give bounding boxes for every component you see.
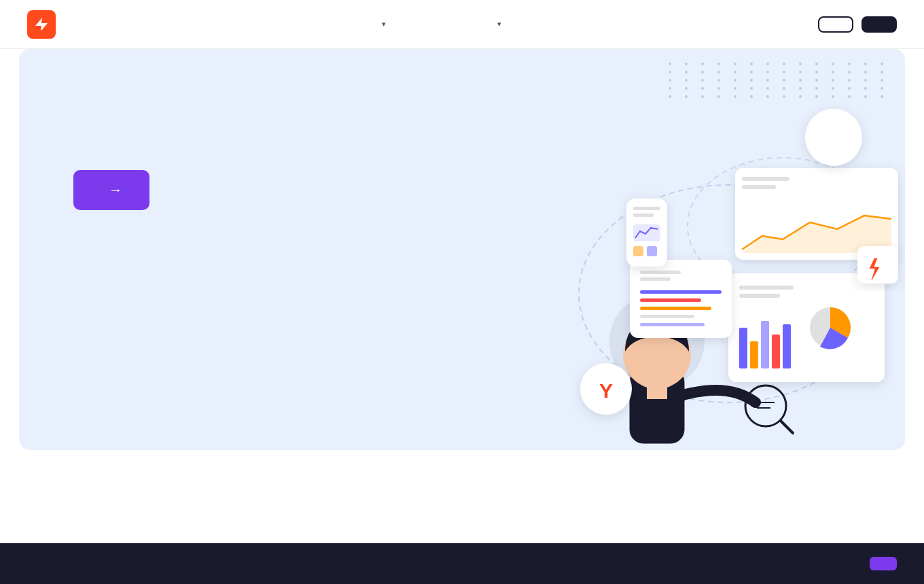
svg-rect-12 — [739, 294, 780, 298]
svg-rect-29 — [742, 177, 789, 181]
nav-tools[interactable]: ▾ — [368, 14, 397, 34]
nav-actions — [818, 16, 897, 33]
svg-rect-24 — [640, 307, 711, 310]
svg-rect-17 — [783, 324, 791, 368]
svg-rect-21 — [640, 277, 671, 281]
arrow-right-icon: → — [109, 182, 122, 198]
svg-rect-30 — [742, 185, 776, 189]
nav-prices[interactable] — [429, 19, 451, 30]
nav-links: ▾ ▾ — [368, 14, 512, 34]
svg-rect-14 — [750, 341, 758, 368]
svg-rect-22 — [640, 290, 722, 294]
accept-cookies-button[interactable] — [870, 557, 897, 570]
svg-rect-32 — [633, 207, 660, 210]
svg-rect-35 — [633, 246, 643, 256]
chevron-down-icon: ▾ — [382, 20, 386, 29]
svg-text:Y: Y — [599, 379, 613, 402]
nav-about[interactable] — [457, 19, 478, 30]
nav-faq[interactable] — [402, 19, 424, 30]
svg-rect-13 — [739, 328, 747, 368]
hero-content: → — [73, 90, 481, 264]
svg-rect-15 — [761, 321, 769, 368]
trusted-section — [0, 450, 924, 496]
svg-text:G: G — [823, 124, 844, 153]
svg-rect-25 — [640, 315, 694, 318]
signup-button[interactable] — [861, 16, 897, 33]
nav-resources[interactable]: ▾ — [484, 14, 512, 34]
logo[interactable] — [27, 10, 63, 39]
svg-rect-33 — [633, 213, 654, 217]
hero-illustration: G G Y — [525, 56, 905, 450]
cookie-banner — [0, 543, 924, 584]
login-button[interactable] — [818, 16, 853, 33]
svg-rect-37 — [857, 246, 898, 284]
svg-rect-26 — [640, 323, 705, 326]
navbar: ▾ ▾ — [0, 0, 924, 49]
svg-rect-36 — [647, 246, 657, 256]
bolt-icon — [33, 16, 50, 33]
hero-title — [73, 90, 481, 137]
illustration-svg: G G Y — [525, 56, 905, 450]
try-free-button[interactable]: → — [73, 170, 149, 210]
svg-rect-20 — [640, 271, 681, 274]
hero-section: const dp = document.querySelector('.dot-… — [19, 49, 905, 450]
chevron-down-icon: ▾ — [497, 20, 501, 29]
svg-rect-5 — [647, 385, 667, 399]
logo-icon — [27, 10, 56, 39]
svg-line-7 — [781, 421, 793, 433]
svg-rect-23 — [640, 298, 701, 302]
svg-rect-16 — [772, 334, 780, 368]
svg-rect-11 — [739, 286, 794, 290]
